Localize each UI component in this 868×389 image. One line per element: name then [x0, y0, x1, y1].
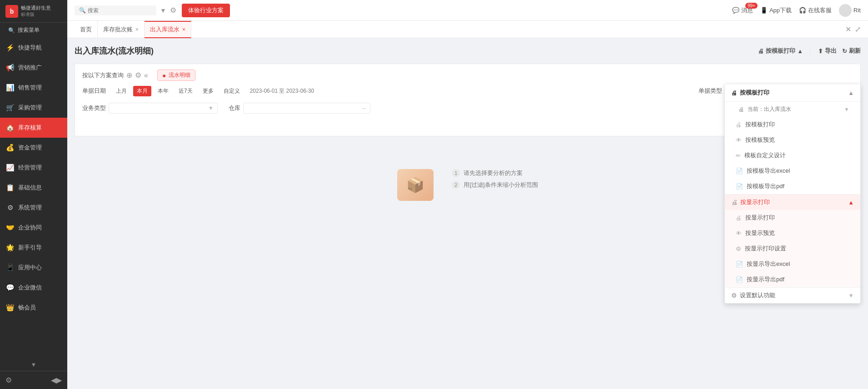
header-right: 💬 消息 99+ 📱 App下载 🎧 在线客服 Rit [732, 4, 861, 17]
header-dropdown-icon[interactable]: ▼ [160, 7, 166, 14]
filter-collapse-icon[interactable]: « [144, 71, 148, 80]
cooperation-icon: 🤝 [5, 223, 15, 232]
sidebar-item-guide[interactable]: 🌟 新手引导 [0, 238, 67, 258]
search-icon: 🔍 [8, 27, 15, 34]
settings-icon[interactable]: ⚙ [5, 376, 12, 384]
template-custom-icon: ✏ [736, 152, 741, 159]
print-dropdown-icon[interactable]: ▲ [797, 48, 803, 55]
display-print-settings-item[interactable]: ⚙ 按显示打印设置 [725, 241, 860, 256]
empty-content: 📦 1 请先选择要分析的方案 2 用[过滤]条件来缩小分析范围 [397, 169, 538, 201]
header-gear-icon[interactable]: ⚙ [170, 6, 176, 15]
app-download-item[interactable]: 📱 App下载 [760, 6, 792, 15]
header-search-box[interactable]: 🔍 [75, 5, 156, 15]
date-more-btn[interactable]: 更多 [199, 86, 217, 96]
filter-settings-icon[interactable]: ⚙ [135, 71, 141, 80]
display-export-pdf-label: 按显示导出pdf [747, 275, 784, 284]
template-print-icon: 🖨 [736, 121, 742, 128]
display-print-icon: 🖨 [736, 214, 742, 221]
sidebar-item-label: 采购管理 [18, 104, 42, 112]
online-service-label: 在线客服 [808, 6, 832, 15]
print-dropdown-panel: 🖨 按模板打印 ▲ 🖨 当前：出入库流水 ▼ 🖨 按模板打印 [724, 84, 861, 304]
filter-tag: ● 流水明细 [157, 70, 195, 81]
tab-batch-account-close[interactable]: × [135, 26, 139, 33]
sidebar-scroll-down[interactable]: ▼ [0, 359, 67, 371]
headphone-icon: 🎧 [799, 7, 806, 14]
tab-batch-account[interactable]: 库存批次账 × [98, 21, 145, 38]
set-default-label: 设置默认功能 [740, 291, 775, 299]
display-export-pdf-item[interactable]: 📄 按显示导出pdf [725, 272, 860, 287]
sidebar-item-purchase[interactable]: 🛒 采购管理 [0, 98, 67, 118]
collapse-sidebar-icon[interactable]: ◀▶ [51, 376, 62, 384]
marketing-icon: 📢 [5, 63, 15, 72]
biz-type-label: 业务类型 [82, 104, 106, 112]
tab-flow[interactable]: 出入库流水 × [145, 21, 191, 38]
trial-button[interactable]: 体验行业方案 [182, 4, 230, 17]
sidebar-item-system[interactable]: ⚙ 系统管理 [0, 198, 67, 218]
app-name: 畅捷通好生意 [21, 5, 51, 11]
sidebar-item-finance[interactable]: 💰 资金管理 [0, 138, 67, 158]
template-custom-item[interactable]: ✏ 模板自定义设计 [725, 148, 860, 163]
app-version: 标准版 [21, 11, 51, 18]
dropdown-title: 🖨 按模板打印 [731, 89, 769, 97]
tab-home[interactable]: 首页 [75, 21, 98, 38]
date-from: 2023-06-01 [250, 88, 278, 94]
sidebar-item-label: 资金管理 [18, 144, 42, 152]
box-icon: 📦 [406, 176, 424, 194]
tab-flow-close[interactable]: × [182, 26, 185, 33]
date-7days-btn[interactable]: 近7天 [175, 86, 196, 96]
filter-label-text: 按以下方案查询 [82, 71, 124, 80]
doc-type-label: 单据类型 [698, 87, 722, 95]
user-avatar-item[interactable]: Rit [839, 4, 861, 17]
display-section-title: 🖨 按显示打印 [731, 198, 770, 206]
sidebar-item-sales[interactable]: 📊 销售管理 [0, 78, 67, 98]
hint-num-2: 2 [452, 181, 460, 189]
sidebar-item-quick-nav[interactable]: ⚡ 快捷导航 [0, 38, 67, 58]
warehouse-field[interactable]: ··· [243, 103, 370, 114]
search-input[interactable] [88, 7, 133, 14]
biz-type-field[interactable]: ▼ [109, 103, 218, 114]
sidebar-item-cooperation[interactable]: 🤝 企业协同 [0, 218, 67, 238]
message-badge: 99+ [745, 3, 758, 9]
template-export-pdf-item[interactable]: 📄 按模板导出pdf [725, 179, 860, 194]
date-this-month-btn[interactable]: 本月 [133, 86, 151, 96]
message-item[interactable]: 💬 消息 99+ [732, 6, 753, 15]
dropdown-current-item[interactable]: 🖨 当前：出入库流水 ▼ [725, 102, 860, 117]
online-service-item[interactable]: 🎧 在线客服 [799, 6, 832, 15]
date-this-year-btn[interactable]: 本年 [154, 86, 172, 96]
display-export-excel-item[interactable]: 📄 按显示导出excel [725, 256, 860, 272]
sidebar-search[interactable]: 🔍 搜索菜单 [0, 23, 67, 38]
display-section-header[interactable]: 🖨 按显示打印 ▲ [725, 194, 860, 210]
template-export-excel-item[interactable]: 📄 按模板导出excel [725, 163, 860, 179]
filter-tag-icon: ● [162, 72, 166, 79]
export-button[interactable]: ⬆ 导出 [818, 47, 837, 55]
sidebar-item-label: 销售管理 [18, 84, 42, 92]
dropdown-arrow-icon[interactable]: ▲ [848, 90, 854, 96]
template-preview-item[interactable]: 👁 按模板预览 [725, 132, 860, 148]
refresh-button[interactable]: ↻ 刷新 [842, 47, 861, 55]
sidebar-item-basics[interactable]: 📋 基础信息 [0, 178, 67, 198]
warehouse-inner: ··· [247, 105, 366, 111]
sidebar-item-marketing[interactable]: 📢 营销推广 [0, 58, 67, 78]
sidebar-item-member[interactable]: 👑 畅会员 [0, 298, 67, 318]
print-button[interactable]: 🖨 按模板打印 ▲ [758, 47, 803, 55]
sidebar-item-wechat[interactable]: 💬 企业微信 [0, 278, 67, 298]
display-preview-item[interactable]: 👁 按显示预览 [725, 225, 860, 241]
tab-close-all-icon[interactable]: ✕ [845, 25, 851, 34]
warehouse-more-icon[interactable]: ··· [362, 105, 366, 111]
biz-dropdown-icon[interactable]: ▼ [208, 105, 214, 111]
inventory-icon: 🏠 [5, 123, 15, 132]
display-pdf-icon: 📄 [736, 276, 743, 283]
filter-add-icon[interactable]: ⊕ [126, 71, 132, 80]
date-range-display: 2023-06-01 至 2023-06-30 [250, 87, 314, 95]
date-last-month-btn[interactable]: 上月 [112, 86, 130, 96]
sidebar-item-app-center[interactable]: 📱 应用中心 [0, 258, 67, 278]
sidebar-item-operations[interactable]: 📈 经营管理 [0, 158, 67, 178]
template-print-item[interactable]: 🖨 按模板打印 [725, 117, 860, 132]
display-print-item[interactable]: 🖨 按显示打印 [725, 210, 860, 225]
logo-icon: b [5, 5, 18, 18]
sidebar-bottom: ⚙ ◀▶ [0, 371, 67, 389]
finance-icon: 💰 [5, 143, 15, 152]
tab-expand-icon[interactable]: ⤢ [855, 25, 861, 34]
date-custom-btn[interactable]: 自定义 [220, 86, 244, 96]
sidebar-item-inventory[interactable]: 🏠 库存核算 [0, 118, 67, 138]
